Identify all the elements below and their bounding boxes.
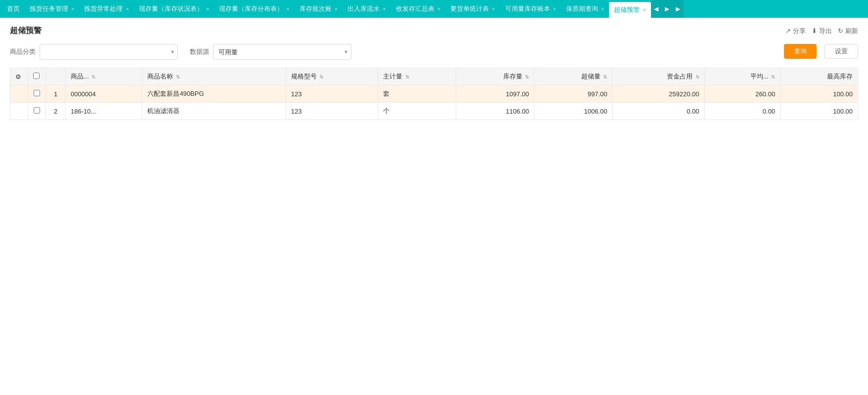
nav-pick-task-close[interactable]: × <box>71 6 74 12</box>
datasource-select[interactable]: 可用量 库存量 <box>213 44 351 60</box>
export-label: 导出 <box>819 27 832 36</box>
td-overstock-1: 1006.00 <box>534 103 612 120</box>
td-avg-0: 260.00 <box>704 85 781 103</box>
category-select-wrapper <box>40 44 178 60</box>
settings-button[interactable]: 设置 <box>825 44 858 59</box>
th-avg[interactable]: 平均... ⇅ <box>704 68 781 85</box>
td-checkbox-0[interactable] <box>28 85 46 103</box>
nav-batch[interactable]: 库存批次账 × <box>295 0 343 18</box>
td-capital-0: 259220.00 <box>612 85 704 103</box>
td-unit-1: 个 <box>378 103 456 120</box>
nav-requisition[interactable]: 要货单统计表 × <box>445 0 500 18</box>
top-nav: 首页 拣货任务管理 × 拣货异常处理 × 现存量（库存状况表） × 现存量（库存… <box>0 0 868 18</box>
sort-icon-product-code: ⇅ <box>91 74 95 79</box>
share-button[interactable]: ↗ 分享 <box>785 27 806 36</box>
td-checkbox-1[interactable] <box>28 103 46 120</box>
data-table: ⚙ 商品... ⇅ 商品名称 ⇅ 规格型号 ⇅ 主计量 <box>10 68 858 120</box>
share-icon: ↗ <box>785 27 791 35</box>
td-row-num-1: 2 <box>46 103 66 120</box>
td-avg-1: 0.00 <box>704 103 781 120</box>
filter-area: 商品分类 数据源 可用量 库存量 查询 设置 <box>10 44 858 60</box>
nav-inout-flow-close[interactable]: × <box>383 6 386 12</box>
td-product-code-1: 186-10... <box>66 103 142 120</box>
td-row-num-0: 1 <box>46 85 66 103</box>
nav-more-arrow[interactable]: ▶ <box>673 0 684 18</box>
category-select[interactable] <box>40 44 178 60</box>
nav-next-arrow[interactable]: ▶ <box>662 0 673 18</box>
nav-requisition-label: 要货单统计表 <box>450 4 489 13</box>
refresh-button[interactable]: ↻ 刷新 <box>838 27 858 36</box>
nav-overstock-close[interactable]: × <box>643 7 646 13</box>
filter-category: 商品分类 <box>10 44 178 60</box>
query-button[interactable]: 查询 <box>784 44 817 59</box>
th-spec[interactable]: 规格型号 ⇅ <box>286 68 378 85</box>
sort-icon-spec: ⇅ <box>319 74 323 79</box>
sort-icon-product-name: ⇅ <box>176 74 180 79</box>
nav-pick-exception-close[interactable]: × <box>126 6 129 12</box>
nav-summary-label: 收发存汇总表 <box>396 4 434 13</box>
td-product-code-0: 0000004 <box>66 85 142 103</box>
td-settings-1 <box>10 103 28 120</box>
page-title: 超储预警 <box>10 26 42 36</box>
th-unit[interactable]: 主计量 ⇅ <box>378 68 456 85</box>
th-product-name[interactable]: 商品名称 ⇅ <box>142 68 286 85</box>
nav-available-label: 可用量库存账本 <box>505 4 550 13</box>
th-capital[interactable]: 资金占用 ⇅ <box>612 68 704 85</box>
nav-expiry[interactable]: 保质期查询 × <box>561 0 609 18</box>
td-spec-0: 123 <box>286 85 378 103</box>
row-checkbox-1[interactable] <box>34 107 40 114</box>
nav-batch-label: 库存批次账 <box>300 4 332 13</box>
nav-stock-dist-label: 现存量（库存分布表） <box>219 4 283 13</box>
td-unit-0: 套 <box>378 85 456 103</box>
export-button[interactable]: ⬇ 导出 <box>812 27 832 36</box>
td-product-name-1: 机油滤清器 <box>142 103 286 120</box>
nav-stock-status-label: 现存量（库存状况表） <box>139 4 203 13</box>
th-max-stock: 最高库存 <box>781 68 858 85</box>
header-actions: ↗ 分享 ⬇ 导出 ↻ 刷新 <box>785 27 858 36</box>
nav-available[interactable]: 可用量库存账本 × <box>500 0 561 18</box>
nav-home-label: 首页 <box>7 4 20 13</box>
action-buttons: 查询 设置 <box>784 44 858 59</box>
table-row: 1 0000004 六配套新昌490BPG 123 套 1097.00 997.… <box>10 85 858 103</box>
page-content: 超储预警 ↗ 分享 ⬇ 导出 ↻ 刷新 商品分类 <box>0 18 868 395</box>
nav-prev-arrow[interactable]: ◀ <box>651 0 662 18</box>
nav-stock-dist[interactable]: 现存量（库存分布表） × <box>214 0 294 18</box>
table-header-row: ⚙ 商品... ⇅ 商品名称 ⇅ 规格型号 ⇅ 主计量 <box>10 68 858 85</box>
datasource-select-wrapper: 可用量 库存量 <box>213 44 351 60</box>
nav-overstock[interactable]: 超储预警 × <box>609 2 651 18</box>
th-overstock[interactable]: 超储量 ⇅ <box>534 68 612 85</box>
nav-batch-close[interactable]: × <box>335 6 338 12</box>
nav-available-close[interactable]: × <box>553 6 556 12</box>
sort-icon-stock: ⇅ <box>525 74 529 79</box>
nav-pick-task-label: 拣货任务管理 <box>30 4 68 13</box>
nav-overstock-label: 超储预警 <box>614 5 640 14</box>
td-overstock-0: 997.00 <box>534 85 612 103</box>
nav-home[interactable]: 首页 <box>2 0 25 18</box>
refresh-label: 刷新 <box>845 27 858 36</box>
th-checkbox <box>28 68 46 85</box>
th-product-code[interactable]: 商品... ⇅ <box>66 68 142 85</box>
nav-pick-task[interactable]: 拣货任务管理 × <box>25 0 79 18</box>
category-label: 商品分类 <box>10 47 36 56</box>
nav-summary-close[interactable]: × <box>437 6 440 12</box>
td-stock-0: 1097.00 <box>456 85 534 103</box>
nav-requisition-close[interactable]: × <box>492 6 495 12</box>
th-settings[interactable]: ⚙ <box>10 68 28 85</box>
refresh-icon: ↻ <box>838 27 843 35</box>
th-stock[interactable]: 库存量 ⇅ <box>456 68 534 85</box>
td-max-stock-0: 100.00 <box>781 85 858 103</box>
sort-icon-overstock: ⇅ <box>603 74 607 79</box>
select-all-checkbox[interactable] <box>33 73 40 79</box>
nav-pick-exception[interactable]: 拣货异常处理 × <box>79 0 133 18</box>
nav-summary[interactable]: 收发存汇总表 × <box>391 0 445 18</box>
td-settings-0 <box>10 85 28 103</box>
nav-stock-dist-close[interactable]: × <box>286 6 289 12</box>
nav-stock-status-close[interactable]: × <box>206 6 209 12</box>
filter-datasource: 数据源 可用量 库存量 <box>190 44 351 60</box>
td-spec-1: 123 <box>286 103 378 120</box>
sort-icon-capital: ⇅ <box>695 74 699 79</box>
nav-inout-flow[interactable]: 出入库流水 × <box>343 0 391 18</box>
row-checkbox-0[interactable] <box>34 90 40 96</box>
nav-expiry-close[interactable]: × <box>601 6 604 12</box>
nav-stock-status[interactable]: 现存量（库存状况表） × <box>134 0 214 18</box>
